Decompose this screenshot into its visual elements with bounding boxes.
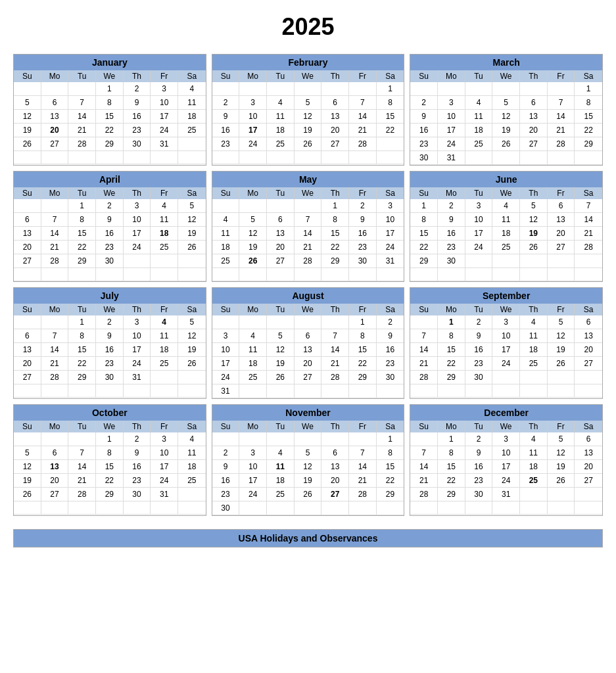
empty-day-cell <box>465 82 493 96</box>
day-cell: 9 <box>212 110 240 124</box>
day-cell: 17 <box>239 124 267 137</box>
day-header: Mo <box>41 70 69 82</box>
day-cell: 18 <box>178 110 206 124</box>
day-cell: 11 <box>492 213 520 227</box>
day-cell: 6 <box>14 213 41 227</box>
empty-day-cell <box>349 151 377 164</box>
day-cell: 27 <box>548 241 575 254</box>
day-cell: 9 <box>410 110 438 124</box>
day-cell: 27 <box>267 254 295 268</box>
day-cell: 6 <box>575 432 602 446</box>
empty-day-cell <box>377 268 404 281</box>
day-cell: 10 <box>377 213 404 227</box>
day-cell: 9 <box>212 460 240 474</box>
empty-day-cell <box>96 384 124 398</box>
empty-day-cell <box>96 501 124 515</box>
day-cell: 28 <box>575 241 602 254</box>
empty-day-cell <box>96 268 124 281</box>
empty-day-cell <box>295 432 322 446</box>
empty-day-cell <box>267 384 295 398</box>
day-cell: 20 <box>548 227 575 241</box>
day-cell: 12 <box>239 227 267 241</box>
day-cell: 22 <box>68 357 96 371</box>
empty-day-cell <box>212 315 240 329</box>
day-cell: 8 <box>321 213 349 227</box>
day-cell: 15 <box>321 227 349 241</box>
day-cell: 19 <box>548 460 575 474</box>
day-cell: 24 <box>151 474 178 488</box>
day-header: We <box>96 187 124 199</box>
day-cell: 28 <box>349 137 377 151</box>
day-cell: 30 <box>124 137 151 151</box>
day-cell: 18 <box>492 227 520 241</box>
empty-day-cell <box>178 501 206 515</box>
day-cell: 15 <box>349 343 377 357</box>
day-cell: 13 <box>295 343 322 357</box>
empty-day-cell <box>492 268 520 281</box>
day-header: Fr <box>151 70 178 82</box>
day-header: Tu <box>68 304 96 315</box>
day-header: Mo <box>41 187 69 199</box>
day-cell: 20 <box>575 460 602 474</box>
day-cell: 1 <box>96 82 124 96</box>
day-cell: 30 <box>438 254 465 268</box>
day-header: Th <box>520 187 548 199</box>
day-cell: 12 <box>14 110 41 124</box>
day-cell: 25 <box>267 488 295 501</box>
day-cell: 26 <box>14 488 41 501</box>
empty-day-cell <box>41 432 69 446</box>
day-cell: 16 <box>124 460 151 474</box>
day-cell: 13 <box>41 460 69 474</box>
empty-day-cell <box>410 501 438 515</box>
day-cell: 19 <box>239 241 267 254</box>
day-cell: 3 <box>492 432 520 446</box>
day-cell: 29 <box>410 254 438 268</box>
day-cell: 4 <box>267 96 295 110</box>
day-cell: 26 <box>492 137 520 151</box>
day-cell: 7 <box>295 213 322 227</box>
empty-day-cell <box>465 254 493 268</box>
empty-day-cell <box>68 384 96 398</box>
day-cell: 4 <box>465 96 493 110</box>
empty-day-cell <box>239 315 267 329</box>
day-header: Mo <box>239 187 267 199</box>
day-header: Th <box>124 421 151 432</box>
day-cell: 22 <box>321 241 349 254</box>
day-cell: 30 <box>349 254 377 268</box>
empty-day-cell <box>548 488 575 501</box>
empty-day-cell <box>492 151 520 165</box>
day-cell: 14 <box>41 227 69 241</box>
day-header: We <box>96 70 124 82</box>
empty-day-cell <box>124 268 151 281</box>
day-header: Fr <box>548 304 575 315</box>
day-cell: 26 <box>295 137 322 151</box>
day-header: Su <box>212 70 240 82</box>
day-cell: 26 <box>178 241 206 254</box>
day-cell: 28 <box>41 371 69 384</box>
day-cell: 23 <box>96 241 124 254</box>
empty-day-cell <box>267 82 295 96</box>
month-header: March <box>410 55 602 70</box>
empty-day-cell <box>438 268 465 281</box>
empty-day-cell <box>438 82 465 96</box>
day-header: Sa <box>575 70 602 82</box>
day-cell: 8 <box>68 213 96 227</box>
day-cell: 8 <box>438 446 465 460</box>
day-cell: 18 <box>267 474 295 488</box>
day-cell: 12 <box>14 460 41 474</box>
day-cell: 29 <box>377 488 404 501</box>
day-cell: 25 <box>178 124 206 137</box>
empty-day-cell <box>321 151 349 164</box>
day-cell: 18 <box>267 124 295 137</box>
day-cell: 14 <box>548 110 575 124</box>
month-december: DecemberSuMoTuWeThFrSa123456789101112131… <box>410 404 603 516</box>
day-cell: 21 <box>68 124 96 137</box>
day-cell: 9 <box>349 213 377 227</box>
day-cell: 11 <box>520 329 548 343</box>
empty-day-cell <box>68 82 96 96</box>
day-cell: 11 <box>239 343 267 357</box>
day-cell: 16 <box>465 343 493 357</box>
day-cell: 8 <box>377 446 404 460</box>
empty-day-cell <box>212 151 240 164</box>
day-cell: 5 <box>14 446 41 460</box>
